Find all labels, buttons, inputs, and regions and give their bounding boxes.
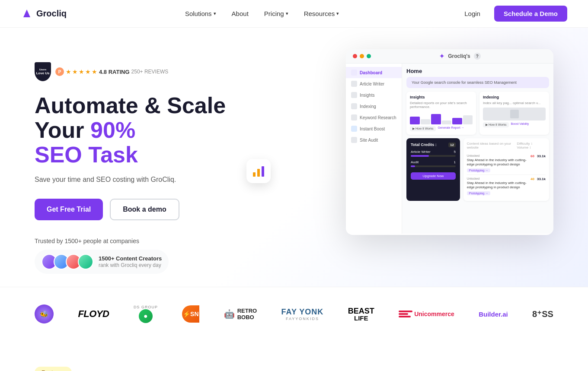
dashboard-mockup: ✦ Grocliq's ? Dashboard Article Writer bbox=[346, 49, 553, 235]
floating-analytics-icon bbox=[246, 159, 271, 183]
trusted-row: 1500+ Content Creators rank with Grocliq… bbox=[35, 250, 169, 274]
svg-rect-3 bbox=[262, 166, 264, 177]
credits-bar-1 bbox=[411, 155, 456, 157]
svg-rect-2 bbox=[257, 169, 260, 177]
stars: ★ ★ ★ ★ ★ bbox=[66, 68, 97, 75]
users-love-us-badge: Users Love Us bbox=[35, 62, 51, 81]
indexing-visual bbox=[483, 108, 546, 120]
audit-icon bbox=[351, 137, 357, 143]
sidebar-item-insights[interactable]: Insights bbox=[346, 89, 402, 101]
content-item: Unlocked Stay Ahead in the industry with… bbox=[467, 152, 546, 175]
logo-first: 🐝 bbox=[35, 304, 54, 323]
logo-text: Grocliq bbox=[36, 9, 67, 19]
hero-right: ✦ Grocliq's ? Dashboard Article Writer bbox=[259, 54, 553, 235]
dashboard-sidebar: Dashboard Article Writer Insights Indexi… bbox=[346, 63, 402, 234]
window-minimize-dot bbox=[360, 54, 364, 58]
chevron-down-icon: ▾ bbox=[336, 11, 339, 16]
content-item: Unlocked Stay Ahead in the industry with… bbox=[467, 175, 546, 197]
indexing-icon bbox=[351, 103, 357, 109]
avatar bbox=[78, 254, 93, 270]
indexing-how-btn[interactable]: ▶ How It Works bbox=[483, 122, 509, 127]
chevron-down-icon: ▾ bbox=[214, 11, 216, 16]
indexing-actions: ▶ How It Works Boost Validity bbox=[483, 122, 546, 127]
platform-icon: P bbox=[55, 67, 64, 76]
sidebar-item-indexing[interactable]: Indexing bbox=[346, 101, 402, 112]
logos-row: 🐝 FLOYD DS GROUP ● ⚡SN 🤖 RETRO BO bbox=[35, 304, 553, 323]
insights-actions: ▶ How It Works Generate Report → bbox=[410, 126, 473, 131]
nav-links: Solutions ▾ About Pricing ▾ Resources ▾ bbox=[179, 6, 345, 21]
sidebar-item-instant-boost[interactable]: Instant Boost bbox=[346, 123, 402, 134]
hero-left: Users Love Us P ★ ★ ★ ★ ★ 4.8 RATING 250… bbox=[35, 54, 259, 274]
window-expand-dot bbox=[367, 54, 371, 58]
logo-ds-group: DS GROUP ● bbox=[134, 305, 158, 323]
article-writer-icon bbox=[351, 81, 357, 87]
logo-builder-ai: Builder.ai bbox=[479, 311, 508, 318]
sidebar-item-article-writer[interactable]: Article Writer bbox=[346, 78, 402, 89]
keyword-icon bbox=[351, 114, 357, 120]
dashboard-banner: Your Google search console for seamless … bbox=[406, 77, 549, 88]
window-close-dot bbox=[353, 54, 357, 58]
sidebar-item-site-audit[interactable]: Site Audit bbox=[346, 134, 402, 146]
logo-beast-life: BEAST LIFE bbox=[348, 307, 374, 321]
login-button[interactable]: Login bbox=[457, 6, 487, 21]
hero-heading: Automate & Scale Your 90% SEO Task bbox=[35, 93, 259, 168]
logo-fay-yonk: FAY YONK FAYYONKIDS bbox=[281, 308, 324, 321]
upgrade-button[interactable]: Upgrade Now bbox=[411, 172, 456, 180]
logo-retro-bobo: 🤖 RETRO BOBO bbox=[224, 308, 257, 320]
trusted-label: Trusted by 1500+ people at companies bbox=[35, 238, 259, 244]
get-free-trial-button[interactable]: Get Free Trial bbox=[35, 199, 103, 220]
features-badge: Features bbox=[35, 367, 72, 371]
logo-8ss: 8⁺SS bbox=[532, 309, 553, 319]
dashboard-main: Home Your Google search console for seam… bbox=[402, 63, 553, 234]
logo[interactable]: Grocliq bbox=[21, 8, 67, 20]
logo-floyd: FLOYD bbox=[78, 308, 109, 320]
insights-card: Insights Detailed reports on your site's… bbox=[406, 92, 476, 135]
rating-badge: Users Love Us P ★ ★ ★ ★ ★ 4.8 RATING 250… bbox=[35, 62, 259, 81]
features-section: Features Features that boost your SEO in… bbox=[0, 341, 588, 371]
dashboard-cards-grid: Insights Detailed reports on your site's… bbox=[406, 92, 549, 135]
logo-unicommerce: Unicommerce bbox=[399, 307, 454, 321]
credits-card: Total Credits : 12 Article Writer 5 bbox=[406, 138, 460, 201]
rating-number: 4.8 RATING bbox=[99, 69, 130, 75]
generate-report-link[interactable]: Generate Report → bbox=[438, 126, 464, 131]
sidebar-item-keyword-research[interactable]: Keyword Research bbox=[346, 112, 402, 123]
avatars bbox=[42, 254, 93, 270]
how-it-works-btn[interactable]: ▶ How It Works bbox=[410, 126, 436, 131]
nav-pricing[interactable]: Pricing ▾ bbox=[258, 6, 294, 21]
nav-about[interactable]: About bbox=[226, 6, 255, 21]
credits-bar-2 bbox=[411, 165, 456, 167]
schedule-demo-button[interactable]: Schedule a Demo bbox=[494, 6, 567, 22]
boost-validity-link[interactable]: Boost Validity bbox=[511, 122, 529, 127]
window-title: ✦ Grocliq's ? bbox=[374, 53, 546, 60]
hero-ctas: Get Free Trial Book a demo bbox=[35, 199, 259, 220]
svg-rect-1 bbox=[253, 172, 256, 177]
content-list-card: Content ideas based on your website Diff… bbox=[463, 138, 549, 201]
nav-solutions[interactable]: Solutions ▾ bbox=[179, 6, 222, 21]
insights-icon bbox=[351, 92, 357, 98]
rating-stars: P ★ ★ ★ ★ ★ 4.8 RATING 250+ REVIEWS bbox=[55, 67, 168, 76]
dashboard-home-title: Home bbox=[406, 68, 549, 74]
window-title-bar: ✦ Grocliq's ? bbox=[346, 49, 553, 63]
sidebar-item-dashboard[interactable]: Dashboard bbox=[346, 67, 402, 78]
chevron-down-icon: ▾ bbox=[286, 11, 288, 16]
nav-resources[interactable]: Resources ▾ bbox=[298, 6, 345, 21]
dashboard-body: Dashboard Article Writer Insights Indexi… bbox=[346, 63, 553, 234]
svg-marker-0 bbox=[23, 10, 30, 17]
dashboard-bottom-grid: Total Credits : 12 Article Writer 5 bbox=[406, 138, 549, 201]
insights-chart bbox=[410, 111, 473, 124]
indexing-card: Indexing Index all key pag... optimal se… bbox=[479, 92, 549, 135]
nav-actions: Login Schedule a Demo bbox=[457, 6, 567, 22]
book-demo-button[interactable]: Book a demo bbox=[110, 199, 179, 220]
logo-sn: ⚡SN bbox=[182, 305, 199, 323]
logo-icon bbox=[21, 8, 33, 20]
reviews-count: 250+ REVIEWS bbox=[131, 69, 169, 75]
trusted-stats: 1500+ Content Creators rank with Grocliq… bbox=[99, 255, 162, 268]
dashboard-icon bbox=[351, 70, 357, 76]
logos-section: 🐝 FLOYD DS GROUP ● ⚡SN 🤖 RETRO BO bbox=[0, 287, 588, 341]
boost-icon bbox=[351, 126, 357, 132]
hero-subtext: Save your time and SEO costing with GroC… bbox=[35, 174, 259, 185]
hero-section: Users Love Us P ★ ★ ★ ★ ★ 4.8 RATING 250… bbox=[0, 28, 588, 287]
navigation: Grocliq Solutions ▾ About Pricing ▾ Reso… bbox=[0, 0, 588, 28]
